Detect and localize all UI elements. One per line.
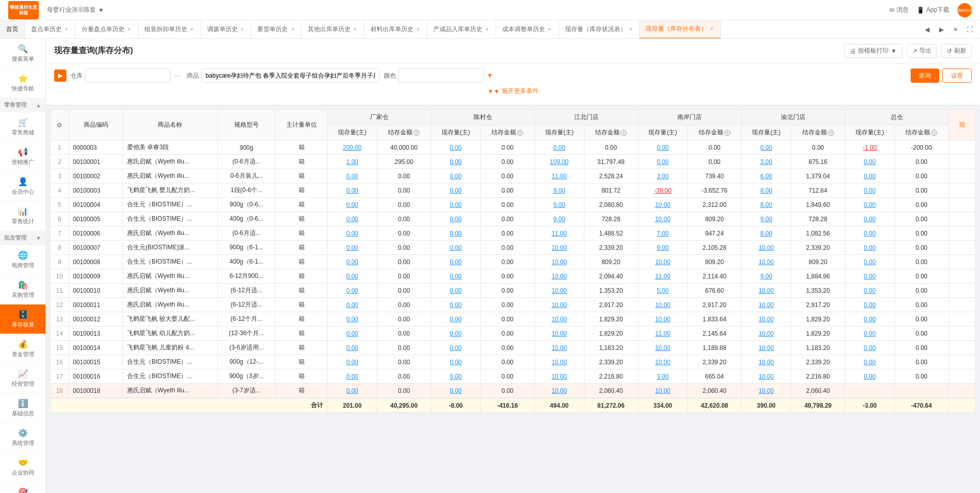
cell-na-qty[interactable]: 5.00 bbox=[638, 284, 688, 298]
cell[interactable]: 1.00 bbox=[328, 155, 377, 169]
cell[interactable]: 0.00 bbox=[328, 341, 377, 355]
sidebar-item-new-guide[interactable]: 🎯 新手引导 bbox=[0, 482, 45, 493]
cell[interactable]: 0.00 bbox=[431, 198, 480, 212]
cell-na-qty[interactable]: 0.00 bbox=[638, 155, 688, 169]
close-tab-product-in[interactable]: × bbox=[484, 26, 489, 33]
cell[interactable]: 10.00 bbox=[534, 255, 584, 269]
tab-stock-status[interactable]: 现存量（库存状况表） × bbox=[559, 20, 640, 39]
cell[interactable]: 0.00 bbox=[328, 198, 377, 212]
cell[interactable]: 0.00 bbox=[431, 241, 480, 255]
cell[interactable]: 0.00 bbox=[431, 155, 480, 169]
cell[interactable]: 0.00 bbox=[328, 241, 377, 255]
warehouse-picker-btn[interactable]: ··· bbox=[173, 72, 183, 80]
warehouse-input[interactable] bbox=[85, 68, 170, 83]
close-tab-other-out[interactable]: × bbox=[353, 26, 358, 33]
total-amt-info[interactable]: ① bbox=[931, 130, 937, 136]
sidebar-item-ecommerce[interactable]: 🌐 电商管理 bbox=[0, 245, 45, 275]
cell-na-qty[interactable]: -39.00 bbox=[638, 183, 688, 198]
cell[interactable]: 0.00 bbox=[328, 298, 377, 312]
cell[interactable]: 9.00 bbox=[534, 183, 584, 198]
sidebar-section-wholesale[interactable]: 批发管理 ▼ bbox=[0, 231, 45, 245]
close-tab-requisition[interactable]: × bbox=[290, 26, 295, 33]
cell-total-qty[interactable]: 0.00 bbox=[845, 284, 895, 298]
cell-total-qty[interactable]: 0.00 bbox=[845, 341, 895, 355]
tab-product-in[interactable]: 产成品入库单历史 × bbox=[427, 20, 496, 39]
cell[interactable]: 0.00 bbox=[431, 326, 480, 341]
cell[interactable]: 6.00 bbox=[742, 169, 791, 183]
cell[interactable]: 0.00 bbox=[431, 341, 480, 355]
user-avatar[interactable]: demo2 bbox=[958, 3, 972, 17]
tab-requisition[interactable]: 要货单历史 × bbox=[251, 20, 302, 39]
close-tab-cost-adjust[interactable]: × bbox=[547, 26, 552, 33]
cell-total-qty[interactable]: 0.00 bbox=[845, 241, 895, 255]
industry-selector[interactable]: 母婴行业演示陈套 ▼ bbox=[43, 4, 108, 16]
expand-more-btn[interactable]: ▼▼ 展开更多条件 bbox=[483, 86, 543, 97]
na-amt-info[interactable]: ① bbox=[724, 130, 730, 136]
refresh-button[interactable]: ↺ 刷新 bbox=[941, 44, 972, 58]
cell[interactable]: 10.00 bbox=[534, 341, 584, 355]
export-button[interactable]: ↗ 导出 bbox=[906, 44, 937, 58]
cell[interactable]: 0.00 bbox=[431, 284, 480, 298]
color-input[interactable] bbox=[398, 68, 484, 83]
cell-total-qty[interactable]: 0.00 bbox=[845, 226, 895, 241]
cell[interactable]: 9.00 bbox=[742, 269, 791, 284]
cell[interactable]: 10.00 bbox=[534, 284, 584, 298]
sidebar-item-member[interactable]: 👤 会员中心 bbox=[0, 172, 45, 201]
cell[interactable]: 10.00 bbox=[534, 384, 584, 398]
tab-branch-count[interactable]: 分量盘点单历史 × bbox=[76, 20, 138, 39]
cell-na-qty[interactable]: 10.00 bbox=[638, 355, 688, 369]
close-tab-stock-status[interactable]: × bbox=[628, 26, 633, 33]
cell[interactable]: 109.00 bbox=[534, 155, 584, 169]
cell-na-qty[interactable]: 0.00 bbox=[638, 140, 688, 155]
sidebar-item-purchase[interactable]: 🛍️ 采购管理 bbox=[0, 275, 45, 304]
cell[interactable]: 9.00 bbox=[742, 212, 791, 226]
sidebar-item-marketing[interactable]: 📢 营销推广 bbox=[0, 142, 45, 172]
cell[interactable]: 0.00 bbox=[328, 212, 377, 226]
cell-na-qty[interactable]: 10.00 bbox=[638, 198, 688, 212]
cell-total-qty[interactable]: 0.00 bbox=[845, 355, 895, 369]
cell[interactable]: 0.00 bbox=[328, 183, 377, 198]
cell-total-qty[interactable]: 0.00 bbox=[845, 183, 895, 198]
cell[interactable]: 0.00 bbox=[431, 369, 480, 384]
cell[interactable]: 0.00 bbox=[431, 384, 480, 398]
cell[interactable]: 10.00 bbox=[742, 298, 791, 312]
cell[interactable]: 0.00 bbox=[431, 269, 480, 284]
cell-total-qty[interactable]: 0.00 bbox=[845, 212, 895, 226]
cell[interactable]: 0.00 bbox=[431, 255, 480, 269]
cell[interactable]: 10.00 bbox=[534, 298, 584, 312]
cell[interactable]: 11.00 bbox=[534, 226, 584, 241]
goods-input[interactable] bbox=[201, 68, 380, 83]
cell[interactable]: 0.00 bbox=[328, 269, 377, 284]
cell[interactable]: 0.00 bbox=[431, 183, 480, 198]
cell[interactable]: 8.00 bbox=[742, 183, 791, 198]
cell[interactable]: 10.00 bbox=[534, 241, 584, 255]
cell[interactable]: 10.00 bbox=[534, 312, 584, 326]
cell[interactable]: 200.00 bbox=[328, 140, 377, 155]
cell[interactable]: 8.00 bbox=[742, 198, 791, 212]
sidebar-item-basic-info[interactable]: ℹ️ 基础信息 bbox=[0, 393, 45, 423]
sidebar-item-finance[interactable]: 💰 资金管理 bbox=[0, 334, 45, 364]
tab-scroll-left[interactable]: ◀ bbox=[921, 24, 933, 36]
cell[interactable]: 3.00 bbox=[742, 155, 791, 169]
cell-total-qty[interactable]: 0.00 bbox=[845, 312, 895, 326]
tab-inventory-count[interactable]: 盘点单历史 × bbox=[25, 20, 76, 39]
cell-na-qty[interactable]: 10.00 bbox=[638, 312, 688, 326]
sidebar-item-retail-shop[interactable]: 🛒 零售商城 bbox=[0, 112, 45, 142]
cell[interactable]: 10.00 bbox=[742, 312, 791, 326]
tab-adjust[interactable]: 调拨单历史 × bbox=[201, 20, 252, 39]
cell[interactable]: 10.00 bbox=[742, 284, 791, 298]
cell-total-qty[interactable]: 0.00 bbox=[845, 326, 895, 341]
tab-assembly[interactable]: 组装拆卸单历史 × bbox=[138, 20, 201, 39]
cell[interactable]: 9.00 bbox=[534, 198, 584, 212]
chen-amt-info[interactable]: ① bbox=[517, 130, 523, 136]
sidebar-item-search[interactable]: 🔍 搜索英单 bbox=[0, 39, 45, 68]
sidebar-item-shortcuts[interactable]: ⭐ 快捷导航 bbox=[0, 68, 45, 98]
cell-total-qty[interactable]: 0.00 bbox=[845, 369, 895, 384]
cell[interactable]: 10.00 bbox=[742, 384, 791, 398]
cell-total-qty[interactable] bbox=[845, 384, 895, 398]
sidebar-item-retail-stats[interactable]: 📊 零售统计 bbox=[0, 201, 45, 231]
tab-material-out[interactable]: 材料出库单历史 × bbox=[364, 20, 427, 39]
sidebar-item-stock[interactable]: 🗄️ 库存核算 bbox=[0, 304, 45, 334]
cell[interactable]: 0.00 bbox=[431, 312, 480, 326]
cell[interactable]: 10.00 bbox=[742, 341, 791, 355]
